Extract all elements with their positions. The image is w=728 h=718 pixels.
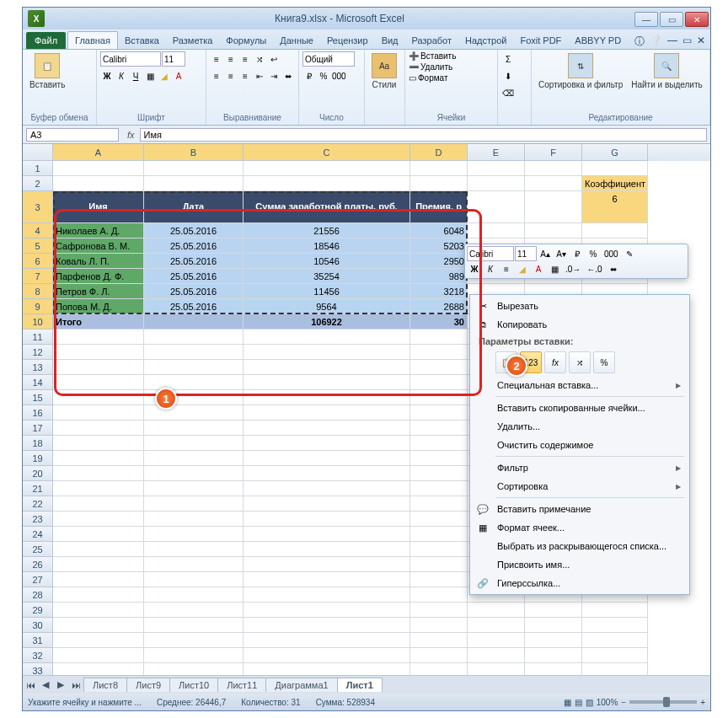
tab-nav-next[interactable]: ▶: [53, 679, 68, 690]
currency-button[interactable]: ₽: [302, 68, 316, 83]
mini-dec-inc[interactable]: .0→: [563, 261, 583, 276]
paste-all-icon[interactable]: 📋: [495, 351, 517, 373]
row-header[interactable]: 14: [23, 375, 53, 390]
sheet-tab[interactable]: Диаграмма1: [265, 678, 337, 692]
ctx-cut[interactable]: ✂Вырезать: [472, 297, 688, 315]
align-center[interactable]: ≡: [224, 68, 238, 83]
mini-border[interactable]: ▦: [547, 261, 562, 276]
row-header[interactable]: 33: [23, 663, 53, 675]
fx-icon[interactable]: fx: [122, 130, 140, 140]
zoom-slider[interactable]: [629, 700, 697, 704]
row-header[interactable]: 24: [23, 527, 53, 542]
col-header-C[interactable]: C: [244, 144, 410, 161]
align-left[interactable]: ≡: [210, 68, 223, 83]
sheet-tab[interactable]: Лист1: [337, 678, 383, 692]
minimize-button[interactable]: —: [634, 12, 658, 27]
paste-formulas-icon[interactable]: fx: [544, 351, 566, 373]
close-button[interactable]: ✕: [685, 12, 709, 27]
indent-inc[interactable]: ⇥: [267, 68, 281, 83]
orientation[interactable]: ⤭: [253, 51, 266, 67]
clear-button[interactable]: ⌫: [501, 85, 515, 100]
sheet-tab[interactable]: Лист11: [217, 678, 266, 692]
select-all-corner[interactable]: [23, 144, 53, 161]
ctx-paste-special[interactable]: Специальная вставка...: [472, 376, 688, 394]
align-top[interactable]: ≡: [210, 51, 223, 67]
sheet-tab[interactable]: Лист9: [126, 678, 170, 692]
name-box[interactable]: A3: [26, 128, 119, 142]
tab-insert[interactable]: Вставка: [118, 32, 166, 49]
paste-values-icon[interactable]: 123: [520, 351, 542, 373]
cells-insert-button[interactable]: ➕Вставить: [409, 51, 456, 61]
ctx-insert-copied[interactable]: Вставить скопированные ячейки...: [472, 399, 688, 417]
row-header[interactable]: 26: [23, 557, 53, 572]
ctx-comment[interactable]: 💬Вставить примечание: [472, 500, 688, 518]
row-header[interactable]: 28: [23, 587, 53, 603]
tab-nav-prev[interactable]: ◀: [38, 679, 53, 690]
mini-bold[interactable]: Ж: [467, 261, 482, 276]
row-header[interactable]: 12: [23, 345, 53, 360]
mini-font[interactable]: Calibri: [467, 246, 514, 261]
sheet-tab[interactable]: Лист8: [83, 678, 127, 692]
sort-filter-button[interactable]: ⇅Сортировка и фильтр: [535, 51, 626, 91]
row-header[interactable]: 19: [23, 451, 53, 466]
row-header[interactable]: 16: [23, 405, 53, 421]
merge-button[interactable]: ⬌: [281, 68, 295, 83]
cells-format-button[interactable]: ▭Формат: [409, 73, 448, 83]
ctx-pick-list[interactable]: Выбрать из раскрывающегося списка...: [472, 537, 688, 555]
mini-fill[interactable]: ◢: [515, 261, 530, 276]
tab-layout[interactable]: Разметка: [166, 32, 220, 49]
doc-close-icon[interactable]: ✕: [697, 35, 705, 49]
tab-formulas[interactable]: Формулы: [219, 32, 273, 49]
mini-shrink-font[interactable]: A▾: [554, 246, 569, 261]
align-bottom[interactable]: ≡: [238, 51, 252, 67]
col-header-G[interactable]: G: [582, 144, 648, 161]
font-select[interactable]: Calibri: [100, 51, 161, 67]
col-header-E[interactable]: E: [468, 144, 525, 161]
ctx-delete[interactable]: Удалить...: [472, 417, 688, 436]
ctx-hyperlink[interactable]: 🔗Гиперссылка...: [472, 574, 688, 592]
mini-merge[interactable]: ⬌: [606, 261, 621, 276]
underline-button[interactable]: Ч: [129, 68, 142, 83]
mini-center[interactable]: ≡: [499, 261, 514, 276]
row-header[interactable]: 27: [23, 572, 53, 587]
tab-review[interactable]: Рецензир: [320, 32, 375, 49]
row-header[interactable]: 32: [23, 648, 53, 663]
number-format-select[interactable]: Общий: [302, 51, 355, 67]
tab-developer[interactable]: Разработ: [405, 32, 458, 49]
ctx-define-name[interactable]: Присвоить имя...: [472, 555, 688, 574]
row-header[interactable]: 9: [23, 299, 53, 314]
paste-button[interactable]: 📋Вставить: [26, 51, 68, 91]
row-header[interactable]: 23: [23, 512, 53, 527]
row-header[interactable]: 15: [23, 390, 53, 405]
doc-minimize-icon[interactable]: —: [667, 35, 677, 49]
row-header[interactable]: 31: [23, 633, 53, 648]
row-header[interactable]: 18: [23, 436, 53, 451]
tab-nav-last[interactable]: ⏭: [68, 680, 83, 690]
mini-italic[interactable]: К: [483, 261, 498, 276]
paste-formatting-icon[interactable]: %: [593, 351, 615, 373]
cells-delete-button[interactable]: ➖Удалить: [409, 62, 452, 72]
row-header[interactable]: 10: [23, 314, 53, 330]
maximize-button[interactable]: ▭: [660, 12, 683, 27]
col-header-A[interactable]: A: [53, 144, 144, 161]
row-header[interactable]: 17: [23, 421, 53, 436]
align-right[interactable]: ≡: [238, 68, 252, 83]
row-header[interactable]: 3: [23, 191, 53, 223]
wrap-text[interactable]: ↩: [267, 51, 281, 67]
row-header[interactable]: 1: [23, 161, 53, 176]
ctx-sort[interactable]: Сортировка: [472, 477, 688, 496]
mini-format-painter[interactable]: ✎: [622, 246, 637, 261]
tab-home[interactable]: Главная: [67, 31, 118, 49]
col-header-D[interactable]: D: [410, 144, 468, 161]
fill-button[interactable]: ⬇: [501, 68, 515, 83]
row-header[interactable]: 6: [23, 254, 53, 269]
ctx-filter[interactable]: Фильтр: [472, 458, 688, 477]
indent-dec[interactable]: ⇤: [253, 68, 266, 83]
row-header[interactable]: 11: [23, 330, 53, 345]
font-size-select[interactable]: 11: [162, 51, 185, 67]
tab-data[interactable]: Данные: [273, 32, 320, 49]
ctx-format-cells[interactable]: ▦Формат ячеек...: [472, 518, 688, 537]
ctx-clear[interactable]: Очистить содержимое: [472, 436, 688, 454]
col-header-B[interactable]: B: [144, 144, 244, 161]
paste-transpose-icon[interactable]: ⤮: [569, 351, 591, 373]
